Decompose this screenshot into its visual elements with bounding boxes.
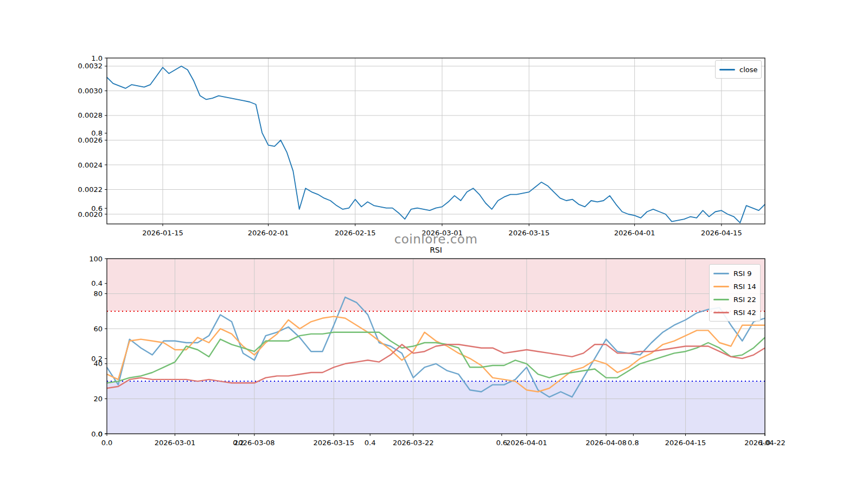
phantom-y-tick-label: 0.6 [91, 204, 103, 213]
rsi-x-tick-label: 2026-03-15 [313, 439, 354, 447]
rsi-42-swatch [713, 312, 729, 313]
price-y-tick-label: 0.0030 [78, 87, 103, 95]
price-y-tick-label: 0.0032 [78, 62, 103, 70]
rsi-14-swatch [713, 286, 729, 287]
rsi-x-tick-label: 2026-03-01 [155, 439, 196, 447]
rsi-22-legend-label: RSI 22 [733, 296, 756, 304]
phantom-x-tick-label: 0.8 [628, 439, 639, 447]
rsi-14-legend-label: RSI 14 [733, 282, 756, 291]
price-y-tick-label: 0.0022 [78, 185, 103, 194]
rsi-x-tick-label: 2026-04-01 [506, 439, 547, 447]
rsi-x-tick-label: 2026-03-22 [393, 439, 434, 447]
rsi-42-legend-label: RSI 42 [733, 309, 756, 317]
rsi-legend-row: RSI 9 [713, 267, 756, 280]
overbought-band [107, 259, 765, 311]
rsi-y-tick-label: 20 [93, 395, 103, 403]
rsi-legend-row: RSI 14 [713, 280, 756, 293]
price-y-tick-label: 0.0024 [78, 161, 103, 169]
rsi-y-tick-label: 100 [89, 255, 103, 263]
rsi-9-swatch [713, 273, 729, 274]
price-y-tick-label: 0.0026 [78, 136, 103, 144]
price-legend: close [715, 60, 762, 79]
watermark: coinlore.com [273, 232, 599, 246]
rsi-legend-row: RSI 22 [713, 293, 756, 306]
phantom-y-tick-label: 0.4 [91, 279, 103, 287]
close-line [107, 66, 765, 223]
phantom-x-tick-label: 0.4 [365, 439, 376, 447]
phantom-x-tick-label: 0.6 [496, 439, 507, 447]
price-x-tick-label: 2026-01-15 [142, 229, 183, 237]
price-axes-frame [107, 58, 765, 224]
rsi-x-tick-label: 2026-04-08 [585, 439, 627, 447]
rsi-y-tick-label: 80 [93, 290, 103, 298]
rsi-chart-title: RSI [273, 246, 599, 254]
price-legend-label: close [739, 66, 757, 74]
price-legend-row: close [719, 63, 757, 76]
phantom-x-tick-label: 0.2 [233, 439, 244, 447]
rsi-22-swatch [713, 299, 729, 300]
price-x-tick-label: 2026-04-01 [614, 229, 655, 237]
rsi-22-line [107, 332, 765, 383]
rsi-x-tick-label: 2026-04-15 [665, 439, 706, 447]
rsi-legend-row: RSI 42 [713, 306, 756, 319]
oversold-band [107, 381, 765, 434]
phantom-y-tick-label: 0.2 [91, 355, 103, 363]
phantom-y-tick-label: 0.8 [91, 129, 103, 137]
phantom-x-tick-label: 0.0 [101, 439, 113, 447]
phantom-y-tick-label: 0.0 [91, 430, 103, 438]
phantom-y-tick-label: 1.0 [91, 54, 103, 62]
price-x-tick-label: 2026-04-15 [701, 229, 742, 237]
rsi-y-tick-label: 60 [93, 325, 103, 333]
price-y-tick-label: 0.0028 [78, 111, 103, 119]
rsi-9-legend-label: RSI 9 [733, 269, 752, 278]
close-line-swatch [719, 69, 735, 70]
rsi-legend: RSI 9 RSI 14 RSI 22 RSI 42 [709, 264, 761, 322]
phantom-x-tick-label: 1.0 [760, 439, 771, 447]
figure-root: 2026-01-152026-02-012026-02-152026-03-01… [0, 0, 868, 488]
